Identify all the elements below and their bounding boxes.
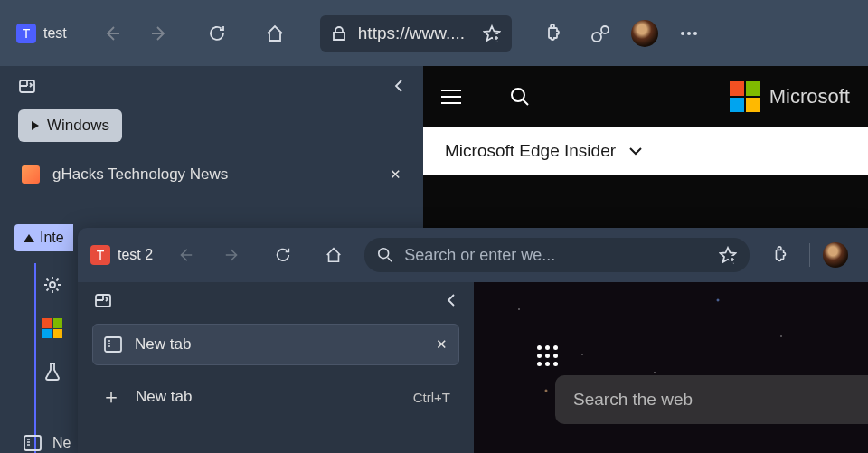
group-indicator	[34, 263, 36, 453]
page-content: Search the web	[474, 282, 868, 453]
sidebar-bottom-item[interactable]: Ne	[14, 426, 80, 453]
group-label: Windows	[47, 117, 109, 135]
home-button[interactable]	[314, 235, 354, 275]
toolbar: T test https://www....	[0, 0, 868, 66]
profile-button[interactable]: T test 2	[90, 245, 153, 265]
account-avatar[interactable]	[823, 242, 848, 268]
collapse-icon[interactable]	[445, 292, 458, 308]
tabs-icon[interactable]	[94, 291, 112, 309]
web-search-box[interactable]: Search the web	[555, 375, 868, 424]
browser-window-2: T test 2 Search or enter we...	[78, 228, 868, 453]
brand-text: Microsoft	[769, 85, 850, 109]
sound-icon	[24, 234, 34, 242]
favorite-icon[interactable]	[483, 24, 501, 42]
new-tab-label: New tab	[136, 388, 192, 406]
plus-icon: ＋	[101, 383, 121, 411]
microsoft-logo[interactable]: Microsoft	[730, 81, 850, 112]
svg-point-7	[50, 282, 55, 288]
search-placeholder: Search the web	[573, 390, 693, 410]
settings-icon[interactable]	[42, 274, 63, 296]
close-tab-icon[interactable]: ✕	[390, 166, 401, 183]
tab-title: New tab	[135, 335, 191, 354]
refresh-button[interactable]	[197, 14, 237, 53]
svg-point-2	[601, 26, 609, 33]
svg-rect-13	[105, 337, 121, 352]
divider	[809, 243, 810, 267]
svg-point-3	[681, 32, 684, 35]
new-tab-button[interactable]: ＋ New tab Ctrl+T	[90, 373, 461, 421]
subheader-text: Microsoft Edge Insider	[445, 141, 616, 161]
shortcut-text: Ctrl+T	[413, 390, 450, 405]
windows-group[interactable]: Windows	[18, 109, 122, 142]
svg-rect-8	[24, 436, 41, 450]
flask-icon[interactable]	[42, 361, 63, 382]
tab-title: gHacks Technology News	[52, 165, 228, 184]
search-placeholder: Search or enter we...	[404, 246, 555, 265]
extensions-button[interactable]	[760, 235, 800, 275]
svg-point-5	[693, 32, 697, 35]
refresh-button[interactable]	[263, 235, 303, 275]
back-button[interactable]	[92, 14, 132, 53]
play-icon	[31, 120, 40, 131]
tab-ghacks[interactable]: gHacks Technology News ✕	[14, 156, 409, 193]
profile-label: test 2	[118, 247, 153, 263]
lock-icon	[331, 25, 347, 42]
tab-new-tab[interactable]: New tab ✕	[92, 324, 459, 365]
vertical-tabs-sidebar: New tab ✕ ＋ New tab Ctrl+T	[78, 282, 474, 453]
settings-menu-button[interactable]	[669, 14, 709, 53]
toolbar: T test 2 Search or enter we...	[78, 228, 868, 282]
background-image	[474, 282, 868, 453]
page-subheader[interactable]: Microsoft Edge Insider	[423, 127, 868, 175]
collapse-icon[interactable]	[392, 78, 405, 94]
forward-button[interactable]	[212, 235, 252, 275]
back-button[interactable]	[165, 235, 205, 275]
svg-point-4	[687, 32, 691, 35]
new-tab-page-icon	[24, 435, 42, 451]
svg-point-9	[512, 89, 524, 101]
selected-tab-partial[interactable]: Inte	[14, 224, 73, 251]
address-bar[interactable]: Search or enter we...	[364, 238, 750, 272]
address-bar[interactable]: https://www....	[320, 15, 512, 52]
tabs-icon[interactable]	[18, 77, 36, 95]
search-icon[interactable]	[510, 87, 530, 107]
profile-initial: T	[16, 24, 36, 43]
svg-point-10	[379, 249, 389, 259]
chevron-down-icon	[628, 146, 643, 156]
profile-label: test	[43, 25, 67, 42]
account-avatar[interactable]	[631, 20, 658, 47]
apps-grid-icon[interactable]	[537, 345, 558, 366]
url-text: https://www....	[358, 24, 465, 43]
new-tab-page-icon	[104, 336, 122, 353]
hamburger-menu[interactable]	[441, 90, 461, 104]
favicon-icon	[22, 165, 40, 184]
search-icon	[377, 247, 393, 263]
profile-initial: T	[90, 245, 110, 265]
profile-button[interactable]: T test	[16, 24, 67, 43]
home-button[interactable]	[255, 14, 295, 53]
close-tab-icon[interactable]: ✕	[436, 336, 448, 353]
favorite-icon[interactable]	[719, 246, 737, 264]
collections-button[interactable]	[580, 14, 620, 53]
extensions-button[interactable]	[533, 14, 573, 53]
microsoft-tab-icon[interactable]	[42, 317, 63, 339]
forward-button[interactable]	[139, 14, 179, 53]
